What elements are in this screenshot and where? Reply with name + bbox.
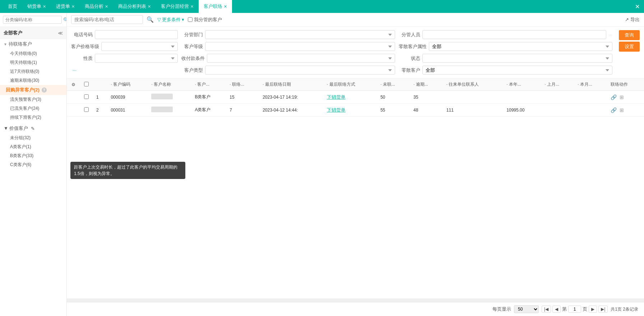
retail-attr-select[interactable]: 全部 bbox=[429, 42, 612, 51]
col-last-date-header[interactable]: · 最后联络日期 bbox=[259, 79, 323, 91]
filter-retail-attr-field: 零散客户属性 全部 bbox=[399, 42, 612, 51]
col-code-header[interactable]: · 客户编码 bbox=[107, 79, 148, 91]
col-contact-person-header[interactable]: · 往来单位联系人 bbox=[443, 79, 503, 91]
col-settings[interactable]: ⚙ bbox=[67, 79, 80, 91]
customer-level-select[interactable] bbox=[205, 42, 395, 51]
nav-purchase[interactable]: 进货单 ✕ bbox=[51, 0, 80, 13]
nav-product-list-close[interactable]: ✕ bbox=[148, 0, 151, 13]
col-last-month-header[interactable]: · 上月... bbox=[541, 79, 574, 91]
dept-select[interactable] bbox=[205, 30, 395, 39]
col-overdue-header[interactable]: · 逾期... bbox=[410, 79, 443, 91]
current-page-input[interactable] bbox=[568, 306, 581, 313]
row2-link-icon[interactable]: 🔗 bbox=[611, 107, 617, 113]
sidebar-item-class-b[interactable]: B类客户(33) bbox=[0, 151, 66, 160]
sidebar-group-value[interactable]: ▼ 价值客户 ✎ bbox=[0, 123, 66, 133]
col-name-header[interactable]: · 客户名称 bbox=[148, 79, 191, 91]
col-last-method-header[interactable]: · 最后联络方式 bbox=[323, 79, 377, 91]
sidebar-item-churned[interactable]: 已流失客户(24) bbox=[0, 104, 66, 113]
nav-product-analysis[interactable]: 商品分析 ✕ bbox=[80, 0, 113, 13]
search-input[interactable] bbox=[71, 15, 143, 24]
person-more-icon[interactable]: ··· bbox=[608, 32, 612, 37]
row1-settings bbox=[67, 91, 80, 104]
first-page-button[interactable]: |◀ bbox=[542, 306, 551, 313]
col-uncontacted-header[interactable]: · 未联... bbox=[377, 79, 410, 91]
per-page-label: 每页显示 bbox=[492, 306, 511, 312]
my-customers-check[interactable] bbox=[188, 17, 193, 22]
row1-link-icon[interactable]: 🔗 bbox=[611, 94, 617, 100]
sidebar-item-tomorrow[interactable]: 明天待联络(1) bbox=[0, 58, 66, 67]
dept-label: 分管部门 bbox=[181, 32, 203, 38]
settings-button[interactable]: 设置 bbox=[619, 42, 640, 52]
nav-customer-segments[interactable]: 客户分层经营 ✕ bbox=[156, 0, 199, 13]
payment-label: 收付款条件 bbox=[181, 55, 205, 62]
nav-customer-contact[interactable]: 客户联络 ✕ bbox=[199, 0, 232, 13]
more-filter-button[interactable]: ··· bbox=[71, 66, 78, 74]
customer-type-select[interactable] bbox=[205, 66, 395, 75]
my-customers-checkbox[interactable]: 我分管的客户 bbox=[188, 16, 222, 23]
next-page-button[interactable]: ▶ bbox=[589, 306, 597, 313]
sidebar-item-class-c[interactable]: C类客户(6) bbox=[0, 160, 66, 169]
horizontal-scrollbar[interactable] bbox=[67, 298, 644, 302]
filter-bar: 🔍 ▽ 更多条件 ▾ 我分管的客户 ↗ 导出 bbox=[67, 13, 644, 27]
row1-check[interactable] bbox=[84, 94, 89, 99]
gender-select[interactable] bbox=[95, 54, 178, 63]
retail-attr-label: 零散客户属性 bbox=[399, 43, 427, 50]
export-button[interactable]: ↗ 导出 bbox=[625, 16, 640, 23]
nav-purchase-close[interactable]: ✕ bbox=[71, 0, 75, 13]
row2-grid-icon[interactable]: ⊞ bbox=[620, 107, 624, 113]
nav-segments-close[interactable]: ✕ bbox=[190, 0, 194, 13]
sidebar-all-customers-header: 全部客户 ≪ bbox=[0, 27, 66, 39]
sidebar-item-declining[interactable]: 持续下滑客户(2) bbox=[0, 113, 66, 122]
filter-row-3: 性质 收付款条件 状态 bbox=[71, 54, 612, 63]
price-level-select[interactable] bbox=[101, 42, 178, 51]
payment-select[interactable] bbox=[207, 54, 395, 63]
prev-page-button[interactable]: ◀ bbox=[552, 306, 561, 313]
sidebar-item-churn-warning[interactable]: 流失预警客户(3) bbox=[0, 95, 66, 104]
row1-grid-icon[interactable]: ⊞ bbox=[620, 94, 624, 100]
sidebar-item-7days[interactable]: 近7天待联络(0) bbox=[0, 67, 66, 76]
data-table-container[interactable]: ⚙ · 客户编码 · 客户名称 · 客户... · 联络... · 最后联络日期… bbox=[67, 79, 644, 298]
filter-customer-level-field: 客户等级 bbox=[181, 42, 395, 51]
sidebar-item-overdue[interactable]: 逾期未联络(30) bbox=[0, 76, 66, 85]
row2-overdue: 48 bbox=[410, 104, 443, 117]
per-page-select[interactable]: 50 100 200 bbox=[514, 305, 539, 313]
query-button[interactable]: 查询 bbox=[619, 30, 640, 40]
sidebar-collapse-button[interactable]: ≪ bbox=[58, 30, 63, 36]
nav-sales[interactable]: 销货单 ✕ bbox=[22, 0, 51, 13]
sidebar-item-ungrouped[interactable]: 未分组(32) bbox=[0, 133, 66, 142]
last-page-button[interactable]: ▶| bbox=[598, 306, 608, 313]
anomaly-info-icon[interactable]: ? bbox=[42, 88, 47, 93]
value-group-edit-icon[interactable]: ✎ bbox=[31, 126, 35, 131]
person-input[interactable] bbox=[422, 30, 606, 39]
nav-product-analysis-list[interactable]: 商品分析列表 ✕ bbox=[113, 0, 156, 13]
filter-retail-field: 零散客户 全部 bbox=[399, 66, 612, 75]
status-select[interactable] bbox=[422, 54, 612, 63]
more-conditions-button[interactable]: ▽ 更多条件 ▾ bbox=[157, 16, 184, 23]
sidebar-search-icon[interactable]: 🔍 bbox=[63, 17, 67, 23]
col-this-month-header[interactable]: · 本月... bbox=[574, 79, 607, 91]
select-all-checkbox[interactable] bbox=[84, 82, 89, 86]
search-button[interactable]: 🔍 bbox=[147, 16, 154, 23]
nav-sales-close[interactable]: ✕ bbox=[43, 0, 46, 13]
nav-product-analysis-close[interactable]: ✕ bbox=[105, 0, 108, 13]
sidebar-tree: 待联络客户 今天待联络(0) 明天待联络(1) 近7天待联络(0) 逾期未联络(… bbox=[0, 39, 66, 316]
col-contact-header[interactable]: · 联络... bbox=[226, 79, 259, 91]
row2-check[interactable] bbox=[84, 107, 89, 112]
sidebar-item-today[interactable]: 今天待联络(0) bbox=[0, 49, 66, 58]
nav-contact-close[interactable]: ✕ bbox=[224, 0, 227, 13]
sidebar-group-pending[interactable]: 待联络客户 bbox=[0, 39, 66, 49]
sidebar-search-input[interactable] bbox=[3, 16, 62, 24]
col-category-header[interactable]: · 客户... bbox=[191, 79, 226, 91]
row2-contact: 7 bbox=[226, 104, 259, 117]
filter-row-2: 客户价格等级 客户等级 零散客户属性 全部 bbox=[71, 42, 612, 51]
col-this-year-header[interactable]: · 本年... bbox=[503, 79, 541, 91]
window-close-button[interactable]: ✕ bbox=[635, 3, 640, 10]
anomaly-section: 回购异常客户(2) ? bbox=[0, 85, 66, 95]
row2-this-month bbox=[574, 104, 607, 117]
phone-input[interactable] bbox=[95, 30, 178, 39]
retail-select[interactable]: 全部 bbox=[422, 66, 612, 75]
sidebar-item-anomaly[interactable]: 回购异常客户(2) ? bbox=[0, 85, 66, 95]
all-customers-label: 全部客户 bbox=[4, 30, 22, 36]
sidebar-item-class-a[interactable]: A类客户(1) bbox=[0, 142, 66, 151]
nav-home[interactable]: 首页 bbox=[3, 0, 22, 13]
